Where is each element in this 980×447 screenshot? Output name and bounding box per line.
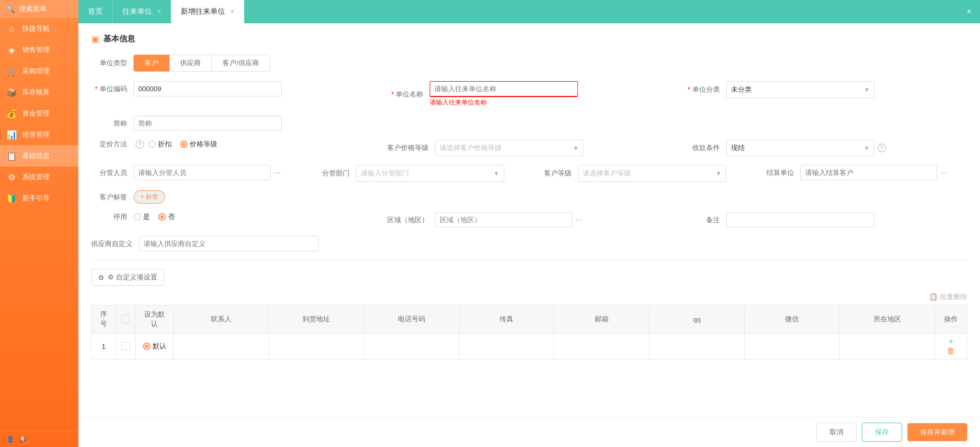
delete-row-button[interactable]: 🗑 — [947, 346, 955, 355]
sidebar-item-operation[interactable]: 📊 经营管理 — [0, 124, 78, 145]
tab-partners-close[interactable]: × — [157, 8, 161, 15]
unit-code-label: 单位编码 — [91, 84, 133, 94]
row-qq[interactable] — [649, 334, 745, 360]
region-input[interactable] — [435, 212, 572, 227]
supplier-custom-input[interactable] — [139, 236, 319, 251]
type-btn-supplier[interactable]: 供应商 — [170, 55, 211, 72]
sidebar-search[interactable]: 🔍 搜索菜单 — [0, 0, 78, 18]
sidebar-item-finance[interactable]: 💰 资金管理 — [0, 103, 78, 124]
field-unit-category: 单位分类 未分类 ▼ — [684, 81, 967, 98]
chevron-down-icon-2: ▼ — [573, 145, 578, 151]
fax-input[interactable] — [465, 343, 549, 350]
field-unit-code: 单位编码 — [91, 81, 375, 97]
pricing-level-radio — [180, 141, 188, 148]
col-wechat: 微信 — [744, 305, 840, 334]
department-select[interactable]: 请输入分管部门 ▼ — [356, 165, 504, 182]
settlement-unit-more-btn[interactable]: ··· — [939, 168, 948, 178]
short-name-input[interactable] — [133, 116, 282, 131]
save-button[interactable]: 保存 — [862, 423, 902, 442]
disabled-label: 停用 — [91, 212, 133, 222]
address-input[interactable] — [274, 343, 359, 350]
tab-new-partner-close[interactable]: × — [230, 8, 234, 15]
type-btn-both[interactable]: 客户/供应商 — [211, 55, 270, 72]
row-default-radio — [143, 343, 150, 350]
tab-home[interactable]: 首页 — [78, 0, 113, 23]
pricing-help-icon[interactable]: ? — [136, 140, 144, 148]
row-fax[interactable] — [459, 334, 554, 360]
customer-tags-label: 客户标签 — [91, 192, 133, 202]
row-wechat[interactable] — [744, 334, 840, 360]
home-icon: ⌂ — [6, 23, 17, 34]
unit-code-input[interactable] — [133, 81, 282, 97]
sidebar-item-quick-nav[interactable]: ⌂ 快捷导航 — [0, 18, 78, 39]
sidebar-search-label: 搜索菜单 — [19, 4, 47, 14]
batch-delete-button[interactable]: 📋 批量删除 — [929, 293, 967, 301]
section-header: ▣ 基本信息 — [91, 34, 967, 44]
field-region: 区域（地区） ··· — [387, 212, 671, 227]
main-content: 首页 往来单位 × 新增往来单位 × × ▣ 基本信息 单位类型 客户 供应商 … — [78, 0, 980, 447]
row-checkbox[interactable] — [121, 342, 130, 350]
field-disabled: 停用 是 否 — [91, 212, 375, 222]
customer-price-level-select[interactable]: 请选择客户价格等级 ▼ — [435, 139, 583, 156]
row-checkbox-cell — [116, 334, 136, 360]
row-address[interactable] — [269, 334, 364, 360]
basic-info-icon: 📋 — [6, 151, 17, 161]
cancel-button[interactable]: 取消 — [816, 423, 857, 442]
notification-icon[interactable]: 📢 — [19, 435, 26, 443]
qq-input[interactable] — [655, 343, 739, 350]
payment-help-icon[interactable]: ? — [878, 144, 886, 152]
unit-category-select[interactable]: 未分类 ▼ — [726, 81, 875, 98]
row-contact[interactable] — [173, 334, 269, 360]
manager-label: 分管人员 — [91, 168, 133, 178]
payment-terms-select[interactable]: 现结 ▼ — [726, 139, 875, 156]
region-cell-input[interactable] — [845, 343, 929, 350]
purchase-icon: 🛒 — [6, 66, 17, 76]
disabled-no-option[interactable]: 否 — [158, 212, 175, 222]
manager-more-btn[interactable]: ··· — [273, 168, 282, 178]
page-footer: 取消 保存 保存并新增 — [78, 417, 980, 447]
add-tag-button[interactable]: + 标签 — [133, 190, 165, 204]
type-btn-customer[interactable]: 客户 — [133, 55, 170, 72]
custom-settings-label: ⚙ 自定义项设置 — [108, 273, 157, 282]
disabled-yes-option[interactable]: 是 — [133, 212, 150, 222]
save-new-button[interactable]: 保存并新增 — [907, 423, 967, 441]
row-default-radio-option[interactable]: 默认 — [141, 341, 168, 351]
unit-name-input[interactable] — [430, 81, 578, 97]
sales-icon: ◈ — [6, 45, 17, 55]
region-more-btn[interactable]: ··· — [574, 215, 583, 225]
chevron-down-icon-3: ▼ — [864, 145, 870, 151]
sidebar-item-purchase[interactable]: 🛒 采购管理 — [0, 60, 78, 82]
customer-level-select[interactable]: 请选择客户等级 ▼ — [578, 165, 726, 182]
sidebar-item-basic-info[interactable]: 📋 基础信息 — [0, 145, 78, 166]
form-row-4: 分管人员 ··· 分管部门 请输入分管部门 ▼ 客户等级 — [91, 165, 967, 182]
sidebar-item-system[interactable]: ⚙ 系统管理 — [0, 166, 78, 188]
row-region-cell[interactable] — [840, 334, 935, 360]
select-all-checkbox[interactable] — [121, 315, 130, 323]
tab-new-partner[interactable]: 新增往来单位 × — [171, 0, 244, 23]
customer-price-level-placeholder: 请选择客户价格等级 — [440, 143, 502, 153]
remark-input[interactable] — [726, 212, 875, 227]
row-email[interactable] — [554, 334, 649, 360]
email-input[interactable] — [559, 343, 644, 350]
customer-level-placeholder: 请选择客户等级 — [583, 169, 631, 178]
settlement-unit-input[interactable] — [800, 165, 938, 180]
manager-input[interactable] — [133, 165, 271, 180]
tab-bar: 首页 往来单位 × 新增往来单位 × × — [78, 0, 980, 23]
pricing-discount-option[interactable]: 折扣 — [148, 139, 172, 149]
window-close-button[interactable]: × — [958, 7, 980, 16]
add-row-button[interactable]: + — [948, 337, 953, 346]
sidebar-item-guide[interactable]: 🔰 新手引导 — [0, 188, 78, 209]
tab-partners[interactable]: 往来单位 × — [113, 0, 171, 23]
finance-icon: 💰 — [6, 108, 17, 119]
pricing-level-option[interactable]: 价格等级 — [180, 139, 217, 149]
unit-category-label: 单位分类 — [684, 85, 726, 94]
custom-settings-button[interactable]: ⚙ ⚙ 自定义项设置 — [91, 269, 164, 286]
contact-input[interactable] — [179, 343, 263, 350]
row-phone[interactable] — [364, 334, 459, 360]
phone-input[interactable] — [369, 343, 453, 350]
pricing-method-label: 定价方法 — [91, 139, 133, 149]
wechat-input[interactable] — [750, 343, 834, 350]
sidebar-item-inventory[interactable]: 📦 库存核算 — [0, 82, 78, 103]
user-icon[interactable]: 👤 — [6, 435, 14, 443]
sidebar-item-sales[interactable]: ◈ 销售管理 — [0, 39, 78, 60]
